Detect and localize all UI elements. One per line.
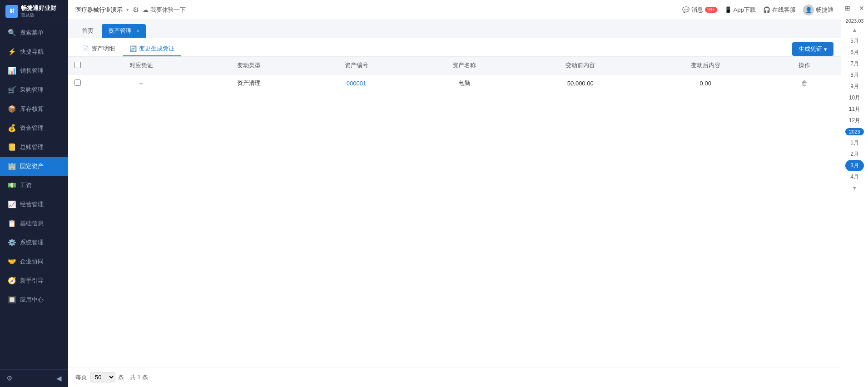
- month-item[interactable]: 1月: [845, 137, 864, 149]
- generate-voucher-label: 生成凭证: [799, 45, 822, 53]
- sidebar-item-sales[interactable]: 📊 销售管理: [0, 61, 68, 80]
- feedback-item[interactable]: ☁ 我要体验一下: [143, 6, 186, 14]
- month-item[interactable]: 7月: [845, 58, 864, 69]
- enterprise-icon: 🤝: [7, 258, 16, 266]
- header-voucher: 对应凭证: [87, 57, 195, 74]
- collapse-icon[interactable]: ◀: [56, 374, 62, 382]
- month-item[interactable]: 3月: [845, 160, 864, 171]
- messages-label: 消息: [691, 6, 703, 14]
- logo-text: 畅捷通好业财: [21, 5, 56, 12]
- month-item[interactable]: 4月: [845, 171, 864, 183]
- tab-asset-management[interactable]: 资产管理 ×: [102, 24, 146, 38]
- logo-sub: 普及版: [21, 12, 56, 18]
- app-center-icon: 🔲: [7, 296, 16, 304]
- sidebar-item-finance[interactable]: 💰 资金管理: [0, 119, 68, 138]
- row-asset-name-0: 电脑: [410, 74, 518, 92]
- row-after-change-0: 0.00: [643, 74, 769, 92]
- base-info-label: 基础信息: [20, 219, 44, 228]
- table-body: -- 资产清理 000001 电脑 50,000.00 0.00 🗑: [68, 74, 841, 92]
- sidebar-item-operation[interactable]: 📈 经营管理: [0, 195, 68, 214]
- settings-icon[interactable]: ⚙: [6, 374, 12, 382]
- month-list-items: 5月6月7月8月9月10月11月12月20231月2月3月4月: [845, 35, 864, 183]
- sidebar-item-salary[interactable]: 💵 工资: [0, 176, 68, 195]
- delete-icon[interactable]: 🗑: [801, 79, 808, 87]
- sidebar-item-base-info[interactable]: 📋 基础信息: [0, 214, 68, 233]
- month-item[interactable]: 12月: [845, 115, 864, 126]
- select-all-checkbox[interactable]: [74, 62, 81, 68]
- right-panel-close-icon[interactable]: ✕: [859, 5, 864, 12]
- messages-badge: 99+: [705, 7, 717, 13]
- system-label: 系统管理: [20, 238, 44, 247]
- main-area: 医疗器械行业演示 ▾ ⚙ ☁ 我要体验一下 💬 消息 99+ 📱 App下载 🎧…: [68, 0, 841, 387]
- inventory-icon: 📦: [7, 105, 16, 113]
- messages-icon: 💬: [682, 6, 689, 13]
- tab-home[interactable]: 首页: [75, 24, 100, 38]
- system-icon: ⚙️: [7, 238, 16, 247]
- sidebar-item-guide[interactable]: 🧭 新手引导: [0, 271, 68, 290]
- month-item[interactable]: 10月: [845, 92, 864, 104]
- app-download-button[interactable]: 📱 App下载: [724, 6, 756, 14]
- sub-tab-change-voucher-label: 变更生成凭证: [139, 45, 174, 53]
- enterprise-label: 企业协同: [20, 258, 44, 266]
- search-label: 搜索菜单: [20, 29, 44, 37]
- asset-list-icon: 📄: [82, 45, 89, 52]
- month-item[interactable]: 11月: [845, 104, 864, 115]
- topbar-settings-icon[interactable]: ⚙: [133, 5, 139, 14]
- sidebar-item-fixed-assets[interactable]: 🏢 固定资产: [0, 157, 68, 176]
- sidebar-item-inventory[interactable]: 📦 库存核算: [0, 99, 68, 119]
- right-panel-year-label: 2023.03: [844, 18, 866, 24]
- sidebar-item-enterprise[interactable]: 🤝 企业协同: [0, 252, 68, 271]
- per-page-select[interactable]: 50 10 20 100: [90, 372, 115, 382]
- sidebar-item-ledger[interactable]: 📒 总账管理: [0, 138, 68, 157]
- month-item[interactable]: 6月: [845, 47, 864, 58]
- operation-icon: 📈: [7, 200, 16, 208]
- month-scroll-down-icon[interactable]: ▼: [851, 184, 859, 193]
- current-year-badge[interactable]: 2023: [845, 128, 864, 135]
- sidebar-item-quick-nav[interactable]: ⚡ 快捷导航: [0, 42, 68, 61]
- tab-asset-management-label: 资产管理: [108, 27, 132, 34]
- generate-dropdown-icon: ▾: [824, 46, 827, 53]
- sidebar-logo: 财 畅捷通好业财 普及版: [0, 0, 68, 23]
- sidebar: 财 畅捷通好业财 普及版 🔍 搜索菜单 ⚡ 快捷导航 📊 销售管理 🛒 采购管理…: [0, 0, 68, 387]
- header-checkbox-cell: [68, 57, 87, 74]
- table-row: -- 资产清理 000001 电脑 50,000.00 0.00 🗑: [68, 74, 841, 92]
- sub-tab-asset-list[interactable]: 📄 资产明细: [75, 42, 121, 56]
- company-arrow-icon[interactable]: ▾: [126, 7, 129, 13]
- customer-service-button[interactable]: 🎧 在线客服: [763, 6, 796, 14]
- sidebar-item-app-center[interactable]: 🔲 应用中心: [0, 290, 68, 309]
- sidebar-item-purchase[interactable]: 🛒 采购管理: [0, 80, 68, 99]
- change-voucher-icon: 🔄: [129, 45, 137, 52]
- month-scroll-up-icon[interactable]: ▲: [851, 25, 859, 35]
- content-area: 📄 资产明细 🔄 变更生成凭证 生成凭证 ▾: [68, 38, 841, 387]
- sales-label: 销售管理: [20, 67, 44, 75]
- finance-icon: 💰: [7, 124, 16, 132]
- base-info-icon: 📋: [7, 219, 16, 228]
- per-page-label: 每页: [75, 373, 87, 382]
- customer-service-label: 在线客服: [772, 6, 796, 14]
- right-panel-expand-icon[interactable]: ⊞: [845, 5, 850, 12]
- sidebar-item-system[interactable]: ⚙️ 系统管理: [0, 233, 68, 252]
- month-item[interactable]: 2月: [845, 149, 864, 160]
- logo-icon: 财: [5, 5, 18, 18]
- sidebar-item-search[interactable]: 🔍 搜索菜单: [0, 23, 68, 42]
- search-icon: 🔍: [7, 29, 16, 37]
- header-asset-code: 资产编号: [303, 57, 410, 74]
- sub-tab-change-voucher[interactable]: 🔄 变更生成凭证: [123, 42, 181, 56]
- app-center-label: 应用中心: [20, 296, 44, 304]
- generate-voucher-button[interactable]: 生成凭证 ▾: [792, 42, 833, 56]
- pagination: 每页 50 10 20 100 条，共 1 条: [68, 367, 841, 387]
- tab-home-label: 首页: [82, 27, 94, 34]
- row-asset-code-0: 000001: [303, 74, 410, 92]
- month-item[interactable]: 8月: [845, 69, 864, 81]
- user-profile[interactable]: 👤 畅捷通: [803, 5, 833, 15]
- operation-label: 经营管理: [20, 200, 44, 208]
- month-item[interactable]: 5月: [845, 35, 864, 47]
- row-checkbox-0[interactable]: [74, 79, 81, 86]
- company-name[interactable]: 医疗器械行业演示: [75, 6, 123, 14]
- topbar-right: 💬 消息 99+ 📱 App下载 🎧 在线客服 👤 畅捷通: [682, 5, 833, 15]
- app-download-label: App下载: [734, 6, 756, 14]
- messages-button[interactable]: 💬 消息 99+: [682, 6, 717, 14]
- month-item[interactable]: 9月: [845, 81, 864, 92]
- tab-close-icon[interactable]: ×: [136, 27, 140, 34]
- avatar: 👤: [803, 5, 814, 15]
